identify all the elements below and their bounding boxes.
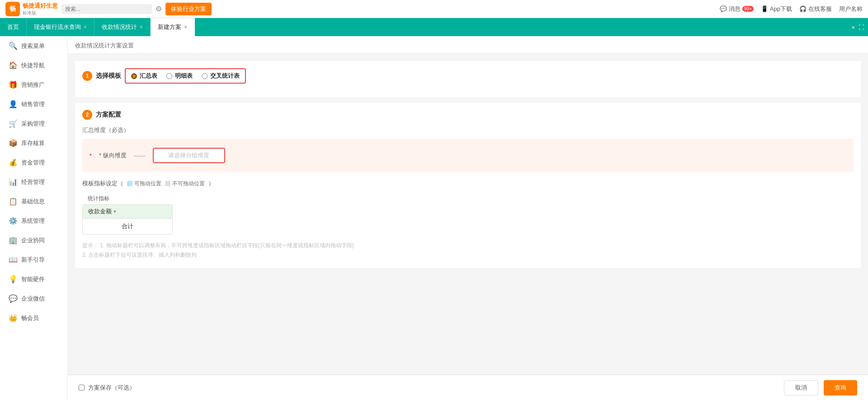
- sidebar-item-search[interactable]: 🔍 搜索菜单: [0, 36, 67, 56]
- legend-draggable-label: 可拖动位置: [134, 180, 161, 188]
- arrow-line: ——: [134, 152, 146, 159]
- chevron-down-icon[interactable]: ▾: [113, 208, 116, 215]
- sidebar-item-sales[interactable]: 👤 销售管理: [0, 94, 67, 114]
- sidebar-label-enterprise: 企业协同: [21, 236, 45, 245]
- save-checkbox[interactable]: [79, 385, 85, 391]
- top-bar: 畅 畅捷通好生意 标准版 ⚙ 体验行业方案 💬 消息 99+ 📱 App下载 🎧…: [0, 0, 868, 18]
- wechat-icon: 💬: [9, 294, 18, 303]
- sidebar-item-member[interactable]: 👑 畅会员: [0, 308, 67, 328]
- radio-cross[interactable]: 交叉统计表: [202, 72, 240, 80]
- sidebar-item-purchase[interactable]: 🛒 采购管理: [0, 114, 67, 133]
- radio-cross-label: 交叉统计表: [210, 72, 240, 80]
- tab-home[interactable]: 首页: [0, 18, 27, 36]
- nav-tabs: 首页 现金银行流水查询 × 收款情况统计 × 新建方案 × × ⛶: [0, 18, 868, 36]
- sidebar-item-system[interactable]: ⚙️ 系统管理: [0, 211, 67, 231]
- message-badge: 99+: [742, 6, 754, 12]
- indicators-container: 统计指标 收款金额 ▾ 合计: [82, 193, 854, 235]
- step1-section: 1 选择模板 汇总表 明细表 交叉统计表: [75, 61, 861, 97]
- tab-collection[interactable]: 收款情况统计 ×: [94, 18, 151, 36]
- required-asterisk: *: [90, 152, 92, 159]
- tab-new-plan[interactable]: 新建方案 ×: [151, 18, 195, 36]
- save-option[interactable]: 方案保存（可选）: [79, 384, 135, 392]
- radio-detail[interactable]: 明细表: [166, 72, 193, 80]
- dimension-config-label: 汇总维度（必选）: [82, 126, 854, 134]
- dimension-area: * * 纵向维度 —— 请选择分组维度: [82, 139, 854, 172]
- search-input[interactable]: [61, 4, 152, 14]
- sidebar-label-inventory: 库存核算: [21, 139, 45, 147]
- query-button[interactable]: 查询: [824, 380, 857, 395]
- search-icon: 🔍: [9, 42, 18, 50]
- indicators-grid: 收款金额 ▾ 合计: [82, 204, 173, 235]
- sidebar: 🔍 搜索菜单 🏠 快捷导航 🎁 营销推广 👤 销售管理 🛒 采购管理 📦 库存核…: [0, 36, 68, 400]
- tab-cash-flow-close[interactable]: ×: [84, 24, 87, 30]
- building-icon: 🏢: [9, 236, 18, 245]
- headset-icon: 🎧: [799, 5, 807, 12]
- tab-cash-flow-label: 现金银行流水查询: [34, 23, 81, 31]
- crown-icon: 👑: [9, 314, 18, 322]
- sidebar-item-marketing[interactable]: 🎁 营销推广: [0, 75, 67, 94]
- content-area: 1 选择模板 汇总表 明细表 交叉统计表: [68, 54, 868, 375]
- sidebar-label-search: 搜索菜单: [21, 42, 45, 50]
- draggable-dot: [127, 181, 132, 186]
- user-area[interactable]: 用户名称: [839, 5, 863, 13]
- sidebar-label-sales: 销售管理: [21, 100, 45, 108]
- sidebar-label-nav: 快捷导航: [21, 61, 45, 70]
- industry-btn[interactable]: 体验行业方案: [165, 3, 212, 15]
- sidebar-label-member: 畅会员: [21, 314, 39, 322]
- legend-end: ）: [208, 179, 214, 188]
- download-icon: 📱: [761, 5, 768, 12]
- step1-title-text: 选择模板: [96, 72, 121, 80]
- cart-icon: 🛒: [9, 119, 18, 128]
- indicator-col-name: 收款金额: [88, 207, 112, 216]
- step2-title: 2 方案配置: [82, 110, 854, 120]
- dimension-row-label: * 纵向维度: [99, 151, 127, 160]
- radio-summary-input[interactable]: [131, 73, 137, 79]
- logo-text: 畅捷通好生意: [23, 2, 58, 10]
- sidebar-label-basics: 基础信息: [21, 198, 45, 206]
- sidebar-label-guide: 新手引导: [21, 256, 45, 264]
- step1-badge: 1: [82, 71, 92, 81]
- sidebar-item-finance[interactable]: 💰 资金管理: [0, 153, 67, 172]
- radio-cross-input[interactable]: [202, 73, 208, 79]
- sidebar-item-nav[interactable]: 🏠 快捷导航: [0, 56, 67, 75]
- gear-icon[interactable]: ⚙: [156, 5, 162, 13]
- sidebar-item-wechat[interactable]: 💬 企业微信: [0, 289, 67, 308]
- tab-close-all[interactable]: ×: [851, 24, 855, 31]
- step2-title-text: 方案配置: [96, 111, 121, 119]
- message-label: 消息: [729, 5, 741, 13]
- clipboard-icon: 📋: [9, 197, 18, 206]
- box-icon: 📦: [9, 139, 18, 147]
- page-title: 收款情况统计方案设置: [75, 42, 134, 49]
- top-actions: 💬 消息 99+ 📱 App下载 🎧 在线客服 用户名称: [720, 5, 863, 13]
- tab-new-plan-close[interactable]: ×: [184, 24, 187, 30]
- save-label: 方案保存（可选）: [88, 384, 135, 392]
- sidebar-item-inventory[interactable]: 📦 库存核算: [0, 133, 67, 153]
- cancel-button[interactable]: 取消: [784, 380, 818, 395]
- download-action[interactable]: 📱 App下载: [761, 5, 792, 13]
- tab-cash-flow[interactable]: 现金银行流水查询 ×: [27, 18, 94, 36]
- sidebar-item-operations[interactable]: 📊 经营管理: [0, 172, 67, 192]
- step1-title: 1 选择模板 汇总表 明细表 交叉统计表: [82, 68, 854, 84]
- message-action[interactable]: 💬 消息 99+: [720, 5, 754, 13]
- not-draggable-dot: [165, 181, 170, 186]
- sidebar-item-guide[interactable]: 📖 新手引导: [0, 250, 67, 269]
- radio-detail-input[interactable]: [166, 73, 172, 79]
- page-header: 收款情况统计方案设置: [68, 36, 868, 54]
- indicators-group-label: 统计指标: [82, 193, 854, 204]
- radio-summary[interactable]: 汇总表: [131, 72, 157, 80]
- sidebar-item-hardware[interactable]: 💡 智能硬件: [0, 269, 67, 289]
- service-action[interactable]: 🎧 在线客服: [799, 5, 832, 13]
- service-label: 在线客服: [808, 5, 832, 13]
- sidebar-label-operations: 经营管理: [21, 178, 45, 186]
- tab-expand[interactable]: ⛶: [859, 24, 864, 31]
- tip1: 提示： 1. 拖动标题栏可以调整布局，不可跨维度或指标区域拖动栏目字段(只能在同…: [82, 242, 854, 249]
- gift-icon: 🎁: [9, 80, 18, 89]
- tab-collection-close[interactable]: ×: [140, 24, 143, 30]
- book-icon: 📖: [9, 255, 18, 264]
- sidebar-item-enterprise[interactable]: 🏢 企业协同: [0, 231, 67, 250]
- indicator-header[interactable]: 收款金额 ▾: [83, 205, 172, 219]
- footer-buttons: 取消 查询: [784, 380, 857, 395]
- dimension-select[interactable]: 请选择分组维度: [153, 148, 225, 163]
- message-icon: 💬: [720, 5, 727, 12]
- sidebar-item-basics[interactable]: 📋 基础信息: [0, 192, 67, 211]
